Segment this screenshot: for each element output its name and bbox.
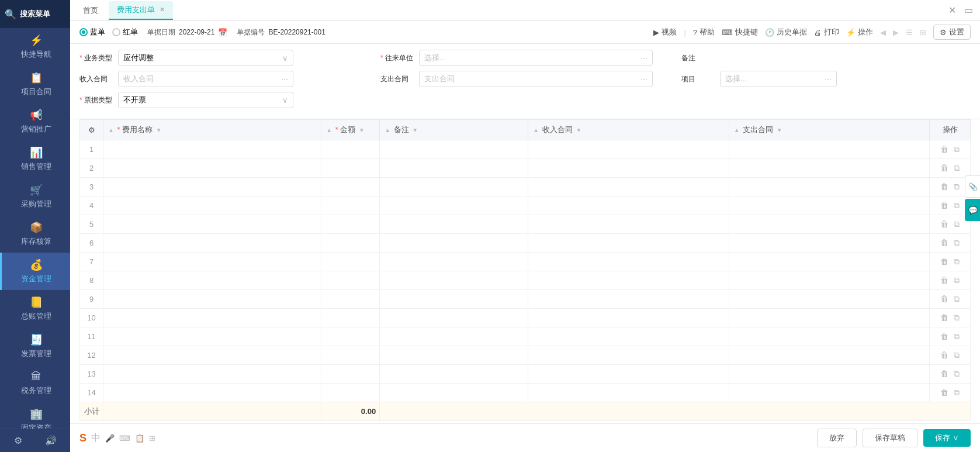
amount-cell[interactable] [321, 253, 380, 271]
expense-name-cell[interactable] [103, 196, 321, 215]
income-contract-cell[interactable] [528, 159, 729, 178]
amount-cell[interactable] [321, 215, 380, 234]
operations-action[interactable]: ⚡ 操作 [846, 27, 873, 37]
delete-icon[interactable]: 🗑 [940, 369, 948, 378]
expense-name-cell[interactable] [103, 215, 321, 234]
delete-icon[interactable]: 🗑 [940, 182, 948, 191]
sidebar-item-project-contract[interactable]: 📋 项目合同 [0, 65, 70, 103]
expense-contract-cell[interactable] [729, 253, 929, 271]
delete-icon[interactable]: 🗑 [940, 163, 948, 172]
income-contract-cell[interactable] [528, 234, 729, 253]
copy-row-icon[interactable]: ⧉ [954, 182, 960, 191]
amount-cell[interactable] [321, 234, 380, 253]
save-button[interactable]: 保存 ∨ [923, 429, 971, 447]
history-action[interactable]: 🕐 历史单据 [765, 27, 807, 37]
amount-cell[interactable] [321, 140, 380, 159]
amount-cell[interactable] [321, 159, 380, 178]
note-cell[interactable] [380, 178, 528, 196]
expense-contract-cell[interactable] [729, 290, 929, 309]
tab-home[interactable]: 首页 [75, 2, 106, 19]
copy-row-icon[interactable]: ⧉ [954, 388, 960, 397]
project-input[interactable]: 选择... ··· [720, 71, 837, 87]
income-contract-cell[interactable] [528, 384, 729, 402]
delete-icon[interactable]: 🗑 [940, 332, 948, 341]
keyboard-icon[interactable]: ⌨ [119, 434, 130, 443]
tab-close-icon[interactable]: ✕ [160, 6, 165, 13]
income-contract-cell[interactable] [528, 309, 729, 327]
expense-name-cell[interactable] [103, 309, 321, 327]
video-action[interactable]: ▶ 视频 [653, 27, 677, 37]
sidebar-item-marketing[interactable]: 📢 营销推广 [0, 103, 70, 140]
sidebar-item-inventory[interactable]: 📦 库存核算 [0, 215, 70, 253]
expense-contract-cell[interactable] [729, 196, 929, 215]
sidebar-item-purchase-mgmt[interactable]: 🛒 采购管理 [0, 178, 70, 215]
income-contract-cell[interactable] [528, 290, 729, 309]
income-contract-cell[interactable] [528, 140, 729, 159]
sidebar-item-tax-mgmt[interactable]: 🏛 税务管理 [0, 365, 70, 402]
income-contract-cell[interactable] [528, 365, 729, 384]
amount-cell[interactable] [321, 178, 380, 196]
audio-footer-icon[interactable]: 🔊 [45, 435, 57, 446]
chat-tab[interactable]: 💬 [965, 199, 980, 221]
th-note[interactable]: ▲ 备注 ▼ [380, 120, 528, 140]
th-income-contract[interactable]: ▲ 收入合同 ▼ [528, 120, 729, 140]
th-expense-contract[interactable]: ▲ 支出合同 ▼ [729, 120, 929, 140]
amount-cell[interactable] [321, 327, 380, 346]
income-contract-cell[interactable] [528, 178, 729, 196]
note-cell[interactable] [380, 253, 528, 271]
expense-contract-input[interactable]: 支出合同 ··· [419, 71, 653, 87]
note-cell[interactable] [380, 215, 528, 234]
expense-name-cell[interactable] [103, 365, 321, 384]
amount-cell[interactable] [321, 384, 380, 402]
note-cell[interactable] [380, 290, 528, 309]
delete-icon[interactable]: 🗑 [940, 275, 948, 285]
mic-icon[interactable]: 🎤 [105, 434, 115, 443]
sidebar-item-invoice-mgmt[interactable]: 🧾 发票管理 [0, 327, 70, 365]
print-action[interactable]: 🖨 打印 [814, 27, 839, 37]
delete-icon[interactable]: 🗑 [940, 238, 948, 247]
note-cell[interactable] [380, 309, 528, 327]
sidebar-item-sales-mgmt[interactable]: 📊 销售管理 [0, 140, 70, 178]
settings-footer-icon[interactable]: ⚙ [14, 435, 22, 446]
sidebar-item-accounting[interactable]: 📒 总账管理 [0, 290, 70, 327]
amount-cell[interactable] [321, 196, 380, 215]
copy-row-icon[interactable]: ⧉ [954, 294, 960, 303]
copy-row-icon[interactable]: ⧉ [954, 238, 960, 247]
expense-contract-cell[interactable] [729, 384, 929, 402]
invoice-type-select[interactable]: 不开票 ∨ [118, 92, 293, 108]
expense-contract-cell[interactable] [729, 159, 929, 178]
copy-row-icon[interactable]: ⧉ [954, 350, 960, 360]
delete-icon[interactable]: 🗑 [940, 388, 948, 397]
copy-row-icon[interactable]: ⧉ [954, 275, 960, 285]
note-cell[interactable] [380, 196, 528, 215]
amount-cell[interactable] [321, 346, 380, 365]
sidebar-item-quick-nav[interactable]: ⚡ 快捷导航 [0, 28, 70, 65]
amount-cell[interactable] [321, 271, 380, 290]
sidebar-item-fixed-assets[interactable]: 🏢 固定资产 [0, 402, 70, 429]
note-cell[interactable] [380, 346, 528, 365]
grid-tool-icon[interactable]: ⊞ [149, 434, 155, 443]
help-action[interactable]: ? 帮助 [693, 27, 715, 37]
income-contract-cell[interactable] [528, 253, 729, 271]
attachment-tab[interactable]: 📎 [965, 175, 980, 198]
copy-row-icon[interactable]: ⧉ [954, 201, 960, 210]
business-type-select[interactable]: 应付调整 ∨ [118, 50, 293, 66]
income-contract-input[interactable]: 收入合同 ··· [118, 71, 293, 87]
counterparty-input[interactable]: 选择... ··· [419, 50, 653, 66]
th-expense-name[interactable]: ▲ * 费用名称 ▼ [103, 120, 321, 140]
expense-contract-cell[interactable] [729, 365, 929, 384]
delete-icon[interactable]: 🗑 [940, 313, 948, 322]
note-cell[interactable] [380, 384, 528, 402]
note-cell[interactable] [380, 327, 528, 346]
note-cell[interactable] [380, 365, 528, 384]
th-amount[interactable]: ▲ * 金额 ▼ [321, 120, 380, 140]
expense-contract-cell[interactable] [729, 140, 929, 159]
expense-contract-cell[interactable] [729, 178, 929, 196]
copy-row-icon[interactable]: ⧉ [954, 369, 960, 378]
note-cell[interactable] [380, 234, 528, 253]
discard-button[interactable]: 放弃 [817, 429, 857, 447]
income-contract-cell[interactable] [528, 271, 729, 290]
expense-contract-cell[interactable] [729, 309, 929, 327]
expense-contract-cell[interactable] [729, 234, 929, 253]
delete-icon[interactable]: 🗑 [940, 350, 948, 360]
